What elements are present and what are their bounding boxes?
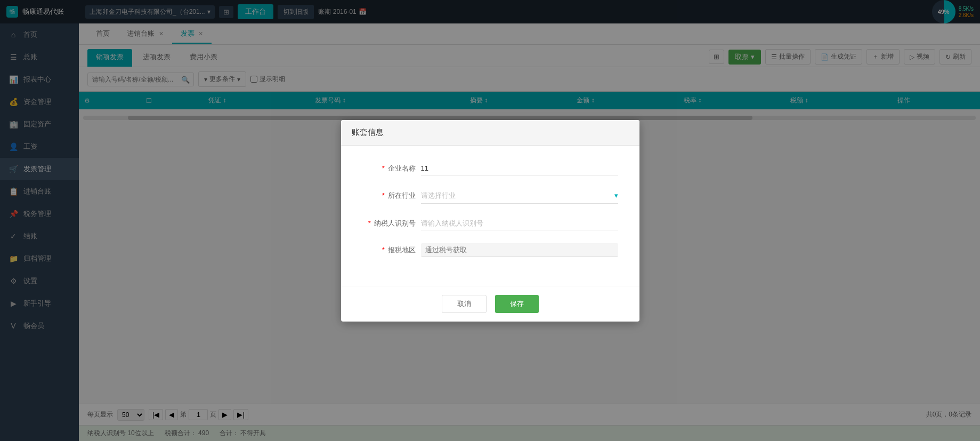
industry-select[interactable]: 请选择行业 ▾ xyxy=(421,188,618,204)
tax-region-label: * 报税地区 xyxy=(362,245,421,255)
industry-placeholder: 请选择行业 xyxy=(421,191,456,201)
industry-dropdown-icon: ▾ xyxy=(614,191,618,199)
form-row-tax-id: * 纳税人识别号 xyxy=(362,217,618,230)
tax-id-input[interactable] xyxy=(421,217,618,230)
form-row-industry: * 所在行业 请选择行业 ▾ xyxy=(362,188,618,204)
modal-footer: 取消 保存 xyxy=(341,286,639,322)
cancel-button[interactable]: 取消 xyxy=(442,295,487,313)
save-button[interactable]: 保存 xyxy=(495,295,539,313)
industry-label: * 所在行业 xyxy=(362,191,421,201)
modal-overlay: 账套信息 * 企业名称 * 所在行业 请选择行业 ▾ xyxy=(0,0,980,441)
company-name-input[interactable] xyxy=(421,162,618,175)
company-name-label: * 企业名称 xyxy=(362,164,421,173)
form-row-company-name: * 企业名称 xyxy=(362,162,618,175)
modal-body: * 企业名称 * 所在行业 请选择行业 ▾ * 纳 xyxy=(341,146,639,286)
account-info-modal: 账套信息 * 企业名称 * 所在行业 请选择行业 ▾ xyxy=(341,120,639,322)
tax-id-label: * 纳税人识别号 xyxy=(362,219,421,228)
form-row-tax-region: * 报税地区 xyxy=(362,243,618,257)
modal-title: 账套信息 xyxy=(341,120,639,146)
tax-region-input xyxy=(421,243,618,257)
